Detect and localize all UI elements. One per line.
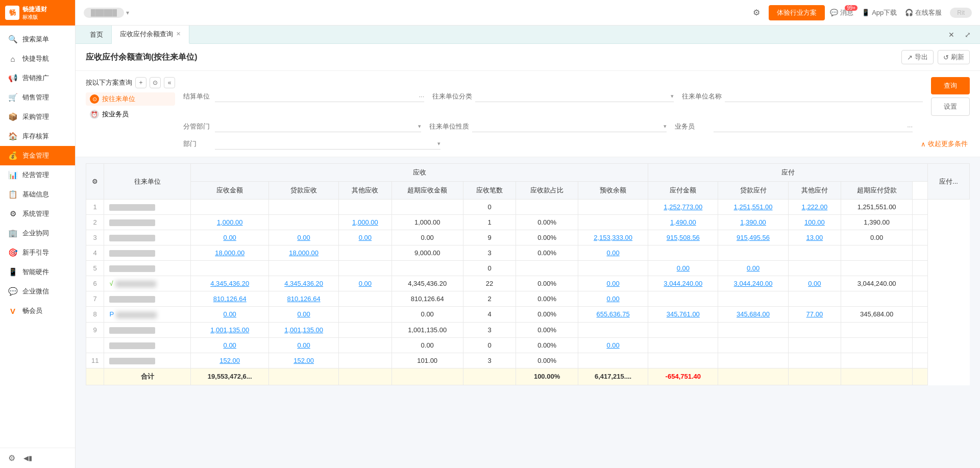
table-cell[interactable]: 0.00 xyxy=(269,307,339,322)
collapse-more-button[interactable]: ∧ 收起更多条件 xyxy=(919,137,970,151)
table-cell[interactable]: 0.00 xyxy=(269,337,339,353)
sidebar-item-purchase[interactable]: 📦 采购管理 xyxy=(0,107,75,127)
collapse-scheme-button[interactable]: « xyxy=(164,77,175,88)
table-cell[interactable]: 100.00 xyxy=(788,215,841,230)
salesman-input[interactable] xyxy=(714,121,907,132)
table-cell[interactable]: 1,000.00 xyxy=(191,215,269,230)
sidebar-item-newbie[interactable]: 🎯 新手引导 xyxy=(0,243,75,262)
partner-nature-input[interactable] xyxy=(472,121,664,132)
table-cell[interactable]: 13.00 xyxy=(788,230,841,245)
sidebar-item-corp-wechat[interactable]: 💬 企业微信 xyxy=(0,282,75,301)
solution-button[interactable]: 体验行业方案 xyxy=(769,5,825,20)
table-cell[interactable]: 4,345,436.20 xyxy=(191,276,269,291)
sidebar-item-operations[interactable]: 📊 经营管理 xyxy=(0,165,75,185)
table-cell[interactable]: 152.00 xyxy=(191,353,269,368)
tab-home[interactable]: 首页 xyxy=(82,26,112,44)
salesman-dots-icon[interactable]: ··· xyxy=(907,122,913,130)
sidebar-item-inventory[interactable]: 🏠 库存核算 xyxy=(0,127,75,146)
edit-scheme-button[interactable]: ⊙ xyxy=(150,77,161,88)
th-ap-more: 应付... xyxy=(927,164,969,200)
sidebar-collapse-icon[interactable]: ◀▮ xyxy=(23,454,32,462)
table-cell[interactable]: 0.00 xyxy=(578,245,648,261)
partner-cat-chevron-icon[interactable]: ▾ xyxy=(671,93,674,100)
sidebar-item-finance[interactable]: 💰 资金管理 xyxy=(0,146,75,165)
settlement-dots-icon[interactable]: ··· xyxy=(419,92,424,100)
sidebar-item-search-menu[interactable]: 🔍 搜索菜单 xyxy=(0,30,75,49)
table-cell[interactable]: 1,390.00 xyxy=(718,215,788,230)
table-cell[interactable]: 810,126.64 xyxy=(191,291,269,307)
table-cell[interactable]: 18,000.00 xyxy=(269,245,339,261)
dept-mgr-chevron-icon[interactable]: ▾ xyxy=(418,123,421,130)
online-support-button[interactable]: 🎧 在线客服 xyxy=(905,8,942,17)
sidebar-item-corp-coop[interactable]: 🏢 企业协同 xyxy=(0,224,75,243)
sidebar-settings-icon[interactable]: ⚙ xyxy=(8,453,15,463)
table-cell[interactable]: 0.00 xyxy=(578,276,648,291)
table-cell[interactable]: 0.00 xyxy=(578,291,648,307)
table-cell[interactable]: 345,684.00 xyxy=(718,307,788,322)
export-button[interactable]: ↗ 导出 xyxy=(901,50,934,64)
table-cell[interactable]: 1,252,773.00 xyxy=(648,200,718,215)
add-scheme-button[interactable]: + xyxy=(135,77,146,88)
table-cell[interactable]: 3,044,240.00 xyxy=(718,276,788,291)
table-cell[interactable]: 915,495.56 xyxy=(718,230,788,245)
table-cell[interactable]: 810,126.64 xyxy=(269,291,339,307)
settlement-unit-input[interactable] xyxy=(215,91,419,102)
message-button[interactable]: 💬 消息 99+ xyxy=(830,8,853,17)
sidebar-item-marketing[interactable]: 📢 营销推广 xyxy=(0,68,75,88)
topbar-chevron-icon[interactable]: ▾ xyxy=(126,9,129,16)
table-cell[interactable]: 1,490.00 xyxy=(648,215,718,230)
partner-category-input[interactable] xyxy=(475,91,670,102)
table-cell[interactable]: 1,001,135.00 xyxy=(191,322,269,337)
company-name: ██████ xyxy=(84,8,124,18)
table-cell[interactable]: 152.00 xyxy=(269,353,339,368)
dept-chevron-icon[interactable]: ▾ xyxy=(437,140,440,147)
expand-window-icon[interactable]: ⤢ xyxy=(962,29,974,41)
sidebar-item-smart-hw[interactable]: 📱 智能硬件 xyxy=(0,262,75,282)
table-cell[interactable]: 655,636.75 xyxy=(578,307,648,322)
table-cell[interactable]: 0.00 xyxy=(648,261,718,276)
table-cell[interactable]: 0.00 xyxy=(191,337,269,353)
topbar-gear-icon[interactable]: ⚙ xyxy=(749,6,764,20)
table-cell[interactable]: 0.00 xyxy=(191,307,269,322)
partner-nature-chevron-icon[interactable]: ▾ xyxy=(664,123,667,130)
th-settings[interactable]: ⚙ xyxy=(86,164,104,200)
app-download-button[interactable]: 📱 App下载 xyxy=(862,8,897,17)
table-cell[interactable]: 0.00 xyxy=(788,276,841,291)
table-cell[interactable]: 0.00 xyxy=(339,276,391,291)
table-cell[interactable]: 18,000.00 xyxy=(191,245,269,261)
table-cell[interactable]: 4,345,436.20 xyxy=(269,276,339,291)
close-window-icon[interactable]: ✕ xyxy=(945,29,958,41)
table-cell[interactable]: 77.00 xyxy=(788,307,841,322)
sidebar-item-member[interactable]: V 畅会员 xyxy=(0,301,75,321)
sidebar-item-sales[interactable]: 🛒 销售管理 xyxy=(0,88,75,107)
tab-ar-ap-query[interactable]: 应收应付余额查询 ✕ xyxy=(112,26,189,44)
user-info[interactable]: Rit xyxy=(950,8,972,18)
table-cell[interactable]: 1,001,135.00 xyxy=(269,322,339,337)
table-cell[interactable]: 1,222.00 xyxy=(788,200,841,215)
tab-close-icon[interactable]: ✕ xyxy=(176,31,181,37)
table-cell[interactable]: 1,000.00 xyxy=(339,215,391,230)
table-cell[interactable]: 0.00 xyxy=(269,230,339,245)
sidebar-item-base-info[interactable]: 📋 基础信息 xyxy=(0,185,75,204)
table-cell[interactable]: 1,251,551.00 xyxy=(718,200,788,215)
dept-mgr-input[interactable] xyxy=(215,121,418,132)
scheme-by-staff-label: 按业务员 xyxy=(102,110,129,119)
table-cell[interactable]: 0.00 xyxy=(578,337,648,353)
table-cell[interactable]: 915,508.56 xyxy=(648,230,718,245)
table-cell[interactable]: 0.00 xyxy=(339,230,391,245)
dept-input[interactable] xyxy=(215,138,437,149)
table-cell[interactable]: 345,761.00 xyxy=(648,307,718,322)
query-button[interactable]: 查询 xyxy=(931,77,970,94)
partner-name-input[interactable] xyxy=(725,91,923,102)
refresh-button[interactable]: ↺ 刷新 xyxy=(938,50,970,64)
table-cell[interactable]: 3,044,240.00 xyxy=(648,276,718,291)
table-cell[interactable]: 2,153,333.00 xyxy=(578,230,648,245)
scheme-by-staff[interactable]: ⏰ 按业务员 xyxy=(86,108,175,121)
sidebar-item-quick-nav[interactable]: ⌂ 快捷导航 xyxy=(0,49,75,68)
set-button[interactable]: 设置 xyxy=(931,97,970,116)
sidebar-item-system[interactable]: ⚙ 系统管理 xyxy=(0,204,75,224)
table-cell: 0 xyxy=(463,261,516,276)
scheme-by-partner[interactable]: ⊙ 按往来单位 xyxy=(86,92,175,106)
table-cell[interactable]: 0.00 xyxy=(718,261,788,276)
table-cell[interactable]: 0.00 xyxy=(191,230,269,245)
